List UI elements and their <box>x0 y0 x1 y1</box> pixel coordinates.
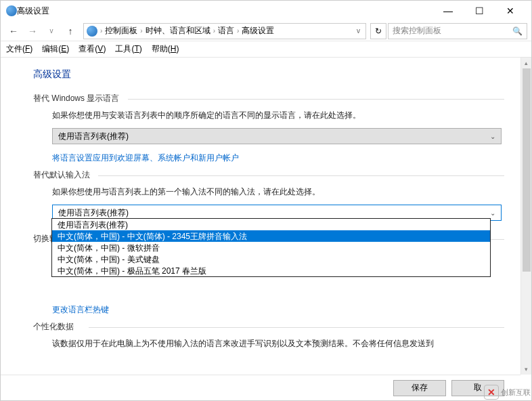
content-wrap: 高级设置 替代 Windows 显示语言 如果你想使用与安装语言列表中的顺序所确… <box>1 58 531 375</box>
link-apply-to-welcome-screen[interactable]: 将语言设置应用到欢迎屏幕、系统帐户和新用户帐户 <box>52 152 504 164</box>
search-icon: 🔍 <box>512 26 523 36</box>
chevron-icon: › <box>213 27 215 35</box>
addr-icon <box>87 26 97 37</box>
titlebar: 高级设置 — ☐ ✕ <box>1 1 531 21</box>
nav-toolbar: ← → v ↑ › 控制面板 › 时钟、语言和区域 › 语言 › 高级设置 v … <box>1 21 531 41</box>
breadcrumb-clock-language-region[interactable]: 时钟、语言和区域 <box>146 25 210 37</box>
chevron-icon: › <box>100 27 102 35</box>
recent-locations-button[interactable]: v <box>43 22 60 40</box>
maximize-button[interactable]: ☐ <box>464 1 495 21</box>
footer: 保存 取 <box>1 375 520 400</box>
chevron-down-icon: ⌄ <box>490 209 495 217</box>
window-controls: — ☐ ✕ <box>433 1 526 21</box>
chevron-icon: › <box>140 27 142 35</box>
chevron-down-icon[interactable]: v <box>354 27 363 35</box>
scroll-thumb[interactable] <box>523 68 531 272</box>
address-bar[interactable]: › 控制面板 › 时钟、语言和区域 › 语言 › 高级设置 v <box>83 23 366 39</box>
option-jipin-wubi[interactable]: 中文(简体，中国) - 极品五笔 2017 春兰版 <box>52 265 490 276</box>
option-use-language-list[interactable]: 使用语言列表(推荐) <box>52 219 490 230</box>
vertical-scrollbar[interactable]: ▴ ▾ <box>520 58 531 375</box>
section-title-personalization: 个性化数据 <box>33 321 504 333</box>
minimize-button[interactable]: — <box>433 1 464 21</box>
display-language-value: 使用语言列表(推荐) <box>58 131 129 142</box>
menubar: 文件(F) 编辑(E) 查看(V) 工具(T) 帮助(H) <box>1 41 531 58</box>
close-button[interactable]: ✕ <box>495 1 526 21</box>
desc-input-method: 如果你想使用与语言列表上的第一个输入法不同的输入法，请在此处选择。 <box>52 186 504 198</box>
section-title-display-language: 替代 Windows 显示语言 <box>33 93 504 104</box>
control-panel-icon <box>6 5 17 16</box>
scroll-down-icon[interactable]: ▾ <box>521 364 531 375</box>
refresh-button[interactable]: ↻ <box>370 23 386 39</box>
option-2345-pinyin[interactable]: 中文(简体，中国) - 中文(简体) - 2345王牌拼音输入法 <box>52 230 490 242</box>
link-change-hotkeys[interactable]: 更改语言栏热键 <box>52 304 504 316</box>
scroll-up-icon[interactable]: ▴ <box>521 58 531 68</box>
display-language-select[interactable]: 使用语言列表(推荐) ⌄ <box>52 128 502 144</box>
chevron-down-icon: ⌄ <box>490 133 495 140</box>
section-display-language: 替代 Windows 显示语言 如果你想使用与安装语言列表中的顺序所确定的语言不… <box>33 93 504 164</box>
menu-edit[interactable]: 编辑(E) <box>42 43 69 55</box>
chevron-icon: › <box>237 27 239 35</box>
section-input-method: 替代默认输入法 如果你想使用与语言列表上的第一个输入法不同的输入法，请在此处选择… <box>33 169 504 221</box>
menu-file[interactable]: 文件(F) <box>6 43 32 55</box>
desc-display-language: 如果你想使用与安装语言列表中的顺序所确定的语言不同的显示语言，请在此处选择。 <box>52 110 504 121</box>
menu-help[interactable]: 帮助(H) <box>152 43 179 55</box>
back-button[interactable]: ← <box>5 22 22 40</box>
page-title: 高级设置 <box>33 68 504 81</box>
menu-tools[interactable]: 工具(T) <box>115 43 141 55</box>
window-title: 高级设置 <box>17 5 433 17</box>
save-button[interactable]: 保存 <box>393 380 446 396</box>
breadcrumb-advanced[interactable]: 高级设置 <box>242 25 274 37</box>
option-microsoft-pinyin[interactable]: 中文(简体，中国) - 微软拼音 <box>52 242 490 253</box>
section-personalization: 个性化数据 该数据仅用于在此电脑上为不使用输入法的语言来改进手写识别以及文本预测… <box>33 321 504 350</box>
option-us-keyboard[interactable]: 中文(简体，中国) - 美式键盘 <box>52 253 490 265</box>
input-method-dropdown-list: 使用语言列表(推荐) 中文(简体，中国) - 中文(简体) - 2345王牌拼音… <box>51 218 491 277</box>
menu-view[interactable]: 查看(V) <box>79 43 106 55</box>
search-placeholder: 搜索控制面板 <box>393 25 441 37</box>
search-input[interactable]: 搜索控制面板 🔍 <box>388 23 527 39</box>
section-title-input-method: 替代默认输入法 <box>33 169 504 181</box>
up-button[interactable]: ↑ <box>62 22 79 40</box>
cancel-button[interactable]: 取 <box>451 380 504 396</box>
window: 高级设置 — ☐ ✕ ← → v ↑ › 控制面板 › 时钟、语言和区域 › 语… <box>0 0 532 401</box>
input-method-value: 使用语言列表(推荐) <box>58 207 129 219</box>
forward-button[interactable]: → <box>24 22 41 40</box>
breadcrumb-language[interactable]: 语言 <box>218 25 234 37</box>
content: 高级设置 替代 Windows 显示语言 如果你想使用与安装语言列表中的顺序所确… <box>1 58 520 375</box>
breadcrumb-control-panel[interactable]: 控制面板 <box>105 25 137 37</box>
desc-personalization: 该数据仅用于在此电脑上为不使用输入法的语言来改进手写识别以及文本预测结果。不会将… <box>52 338 504 350</box>
